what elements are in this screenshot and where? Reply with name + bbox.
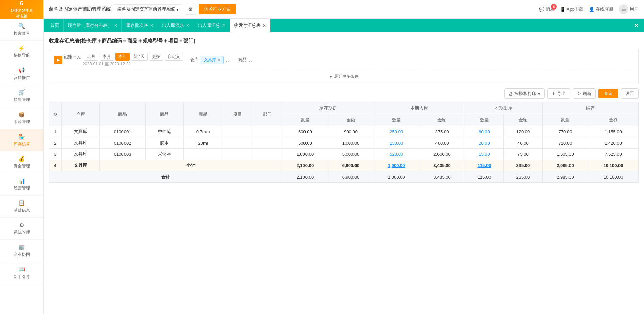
sidebar-item-sales[interactable]: 🛒 销售管理 (0, 85, 43, 107)
tab-bar-close-icon[interactable]: ✕ (631, 22, 641, 29)
sidebar-item-operations[interactable]: 📊 经营管理 (0, 173, 43, 196)
online-service-item[interactable]: 👤 在线客服 (589, 6, 613, 12)
sidebar-item-basic_info[interactable]: 📋 基础信息 (0, 196, 43, 218)
sidebar-item-label: 企业协同 (14, 252, 30, 258)
row-num-1: 2 (49, 137, 62, 149)
tab-stock-dist-label: 现存量（库存分布表） (68, 22, 112, 29)
goods-dots[interactable]: … (249, 57, 254, 63)
total-open-qty: 2,100.00 (282, 171, 328, 183)
tab-bar: 首页 现存量（库存分布表） ✕ 库存批次账 ✕ 出入库流水 ✕ 出入库汇总 ✕ … (44, 19, 644, 32)
tab-recv-send-summary[interactable]: 收发存汇总表 ✕ (230, 19, 270, 32)
sidebar-item-quick_nav[interactable]: ⚡ 快捷导航 (0, 41, 43, 63)
sidebar-item-inventory[interactable]: 🏪 库存核算 (0, 129, 43, 151)
date-btn-this-year[interactable]: 本年 (115, 53, 130, 61)
col-in-qty-header: 数量 (374, 114, 419, 126)
tab-inout-summary[interactable]: 出入库汇总 ✕ (194, 19, 230, 32)
warehouse-dots[interactable]: … (226, 57, 231, 63)
expand-label: 展开更多条件 (334, 73, 359, 79)
col-settings-header[interactable]: ⚙ (49, 102, 62, 126)
export-button[interactable]: ⬆ 导出 (547, 88, 570, 99)
tab-inout-flow[interactable]: 出入库流水 ✕ (158, 19, 194, 32)
tab-batch-ledger[interactable]: 库存批次账 ✕ (122, 19, 158, 32)
col-dept-header: 部门 (252, 102, 282, 126)
sidebar-item-finance[interactable]: 💰 资金管理 (0, 151, 43, 173)
expand-button[interactable]: ▼ 展开更多条件 (326, 72, 362, 81)
col-out-header: 本期出库 (465, 102, 543, 114)
table-row: 1 文具库 0100001 中性笔 0.7mm 600.00 900.00 25… (49, 126, 639, 137)
messages-item[interactable]: 💬 消息 6 (539, 6, 555, 12)
col-open-qty-header: 数量 (282, 114, 328, 126)
tab-home[interactable]: 首页 (46, 19, 64, 32)
filter-panel: ▶ 记账日期 上月 本月 本年 近7天 更多 自定义 (49, 49, 639, 84)
total-in-amt: 3,435.00 (419, 171, 465, 183)
row-open-amt-1: 1,000.00 (328, 137, 374, 149)
row-out-qty-1[interactable]: 20.00 (465, 137, 504, 149)
tab-recv-send-summary-label: 收发存汇总表 (234, 22, 261, 29)
expand-row: ▼ 展开更多条件 (54, 70, 633, 81)
row-out-qty-0[interactable]: 80.00 (465, 126, 504, 137)
row-in-qty-1[interactable]: 230.00 (374, 137, 419, 149)
col-open-header: 库存期初 (282, 102, 374, 114)
system-dropdown[interactable]: 装备及固定资产辅助管理系统 ▾ (114, 4, 182, 14)
col-name-header: 商品 (145, 102, 183, 126)
print-button[interactable]: 🖨 按模板打印 ▾ (504, 88, 545, 99)
sidebar-item-system[interactable]: ⚙ 系统管理 (0, 218, 43, 240)
subtotal-warehouse: 文具库 (62, 160, 100, 171)
app-download-item[interactable]: 📱 App下载 (560, 6, 583, 12)
experience-button[interactable]: 体验行业方案 (199, 4, 236, 14)
tab-close-icon[interactable]: ✕ (186, 23, 189, 28)
col-out-qty-header: 数量 (465, 114, 504, 126)
row-in-amt-2: 2,600.00 (419, 149, 465, 160)
quick_nav-icon: ⚡ (18, 45, 25, 51)
warehouse-tag-close-icon[interactable]: ✕ (217, 58, 220, 62)
tab-close-icon[interactable]: ✕ (222, 23, 226, 28)
sidebar-item-purchase[interactable]: 📦 采购管理 (0, 107, 43, 129)
settings-icon[interactable]: ⚙ (185, 4, 196, 15)
row-spec-1: 20ml (184, 137, 222, 149)
sidebar-item-marketing[interactable]: 📢 营销推广 (0, 63, 43, 85)
table-settings-button[interactable]: 设置 (621, 88, 639, 99)
query-button[interactable]: 查询 (598, 89, 618, 98)
row-in-qty-2[interactable]: 520.00 (374, 149, 419, 160)
row-spec-0: 0.7mm (184, 126, 222, 137)
date-btn-last-month[interactable]: 上月 (84, 53, 98, 61)
sidebar-item-label: 库存核算 (14, 141, 30, 147)
tab-close-icon[interactable]: ✕ (263, 23, 266, 28)
page-title: 收发存汇总表(按仓库＋商品编码＋商品＋规格型号＋项目＋部门) (49, 38, 639, 44)
row-name-0: 中性笔 (145, 126, 183, 137)
logo-icon: 6 (20, 0, 23, 7)
date-btn-custom[interactable]: 自定义 (165, 53, 183, 61)
total-out-qty: 115.00 (465, 171, 504, 183)
sidebar-nav: 🔍 搜索菜单 ⚡ 快捷导航 📢 营销推广 🛒 销售管理 📦 采购管理 🏪 库存核… (0, 19, 43, 314)
sidebar-item-enterprise[interactable]: 🏢 企业协同 (0, 240, 43, 262)
refresh-icon: ↻ (577, 91, 581, 96)
sales-icon: 🛒 (18, 89, 25, 96)
phone-icon: 📱 (560, 7, 565, 12)
subtotal-row: 4 文具库 小计 2,100.00 6,900.00 1,000.00 3,43… (49, 160, 639, 171)
top-action-right: 🖨 按模板打印 ▾ ⬆ 导出 ↻ 刷新 查询 设置 (504, 88, 639, 99)
subtotal-bal-qty: 2,985.00 (542, 160, 588, 171)
action-bar: 🖨 按模板打印 ▾ ⬆ 导出 ↻ 刷新 查询 设置 (49, 88, 639, 99)
row-out-qty-2[interactable]: 15.00 (465, 149, 504, 160)
app-logo: 6 畅捷通好生意 标准版 (0, 0, 43, 19)
filter-goods-section: 商品 … (238, 57, 254, 63)
inventory-icon: 🏪 (18, 133, 25, 140)
top-header: 装备及固定资产辅助管理系统 装备及固定资产辅助管理系统 ▾ ⚙ 体验行业方案 💬… (44, 0, 644, 19)
date-shortcuts: 上月 本月 本年 近7天 更多 自定义 (84, 53, 183, 61)
user-item[interactable]: Ea 用户 (619, 4, 639, 14)
tab-stock-dist[interactable]: 现存量（库存分布表） ✕ (64, 19, 122, 32)
date-btn-this-month[interactable]: 本月 (100, 53, 114, 61)
tab-close-icon[interactable]: ✕ (114, 23, 117, 28)
date-btn-more[interactable]: 更多 (149, 53, 163, 61)
date-btn-7days[interactable]: 近7天 (131, 53, 148, 61)
row-code-1: 0100002 (100, 137, 145, 149)
tab-close-icon[interactable]: ✕ (150, 23, 153, 28)
total-bal-amt: 10,100.00 (588, 171, 639, 183)
sidebar-item-guide[interactable]: 📖 新手引导 (0, 262, 43, 284)
filter-toggle-icon[interactable]: ▶ (54, 56, 62, 64)
row-warehouse-0: 文具库 (62, 126, 100, 137)
row-in-qty-0[interactable]: 250.00 (374, 126, 419, 137)
refresh-button[interactable]: ↻ 刷新 (573, 88, 596, 99)
col-project-header: 项目 (222, 102, 252, 126)
sidebar-item-search[interactable]: 🔍 搜索菜单 (0, 19, 43, 41)
